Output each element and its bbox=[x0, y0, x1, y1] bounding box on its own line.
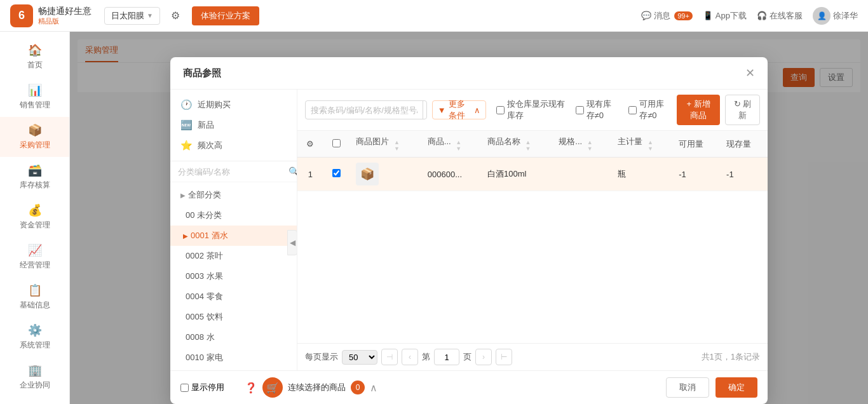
cart-collapse-icon[interactable]: ∧ bbox=[370, 382, 377, 394]
row-checkbox-cell[interactable] bbox=[323, 158, 350, 191]
sidebar-item-sales[interactable]: 📊 销售管理 bbox=[0, 77, 69, 117]
sort-name-icon[interactable]: ▲▼ bbox=[526, 139, 531, 152]
sidebar-item-purchase[interactable]: 📦 采购管理 bbox=[0, 117, 69, 157]
category-0001[interactable]: ▶ 0001 酒水 bbox=[170, 226, 297, 246]
th-checkbox bbox=[323, 131, 350, 158]
th-name[interactable]: 商品名称 ▲▼ bbox=[481, 131, 552, 158]
show-disabled-checkbox-group[interactable]: 显示停用 bbox=[180, 382, 224, 393]
checkbox-available-not-zero[interactable]: 可用库存≠0 bbox=[628, 98, 672, 121]
inventory-icon: 🗃️ bbox=[28, 163, 42, 177]
sort-unit-icon[interactable]: ▲▼ bbox=[648, 139, 653, 152]
last-page-btn[interactable]: ⊢ bbox=[496, 349, 512, 365]
recent-purchase-item[interactable]: 🕐 近期购买 bbox=[170, 95, 297, 115]
product-table: ⚙ 商品图片 ▲▼ bbox=[297, 131, 768, 191]
recent-purchase-label: 近期购买 bbox=[198, 99, 231, 111]
add-product-button[interactable]: + 新增商品 bbox=[677, 95, 721, 125]
store-selector[interactable]: 日太阳膜 ▼ bbox=[104, 7, 160, 25]
category-0003[interactable]: 0003 水果 bbox=[170, 266, 297, 286]
th-unit[interactable]: 主计量 ▲▼ bbox=[611, 131, 672, 158]
new-product-item[interactable]: 🆕 新品 bbox=[170, 115, 297, 135]
category-00[interactable]: 00 未分类 bbox=[170, 205, 297, 226]
sort-image-icon[interactable]: ▲▼ bbox=[394, 139, 400, 152]
frequent-item[interactable]: ⭐ 频次高 bbox=[170, 135, 297, 156]
cart-icon[interactable]: 🛒 bbox=[262, 377, 283, 398]
page-number-input[interactable] bbox=[434, 349, 459, 365]
refresh-button[interactable]: ↻ 刷新 bbox=[725, 95, 760, 125]
checkbox-stock-not-zero[interactable]: 现有库存≠0 bbox=[576, 98, 619, 121]
sidebar-item-home[interactable]: 🏠 首页 bbox=[0, 37, 69, 77]
available-not-zero-checkbox[interactable] bbox=[628, 106, 637, 114]
sidebar-item-enterprise[interactable]: 🏢 企业协同 bbox=[0, 357, 69, 397]
category-0004[interactable]: 0004 零食 bbox=[170, 286, 297, 307]
show-disabled-checkbox[interactable] bbox=[180, 384, 189, 392]
new-icon: 🆕 bbox=[180, 119, 193, 131]
headset-icon: 🎧 bbox=[757, 11, 767, 20]
left-panel-collapse-btn[interactable]: ◀ bbox=[287, 230, 297, 255]
first-page-btn[interactable]: ⊣ bbox=[381, 349, 398, 365]
home-icon: 🏠 bbox=[28, 43, 42, 57]
category-0005[interactable]: 0005 饮料 bbox=[170, 307, 297, 327]
category-0002[interactable]: 0002 茶叶 bbox=[170, 246, 297, 266]
product-search-input[interactable] bbox=[306, 105, 423, 115]
sidebar-label-operation: 经营管理 bbox=[20, 260, 50, 271]
table-row[interactable]: 1 📦 000600... 白酒100ml bbox=[297, 158, 768, 191]
sidebar-item-operation[interactable]: 📈 经营管理 bbox=[0, 237, 69, 277]
product-search-button[interactable]: 🔍 bbox=[423, 101, 427, 119]
online-service-btn[interactable]: 🎧 在线客服 bbox=[757, 10, 803, 22]
main-layout: 🏠 首页 📊 销售管理 📦 采购管理 🗃️ 库存核算 💰 资金管理 📈 经营管理… bbox=[0, 32, 868, 404]
finance-icon: 💰 bbox=[28, 203, 42, 217]
basic-icon: 📋 bbox=[28, 283, 42, 297]
next-page-btn[interactable]: › bbox=[475, 349, 492, 365]
th-image[interactable]: 商品图片 ▲▼ bbox=[349, 131, 421, 158]
category-0010[interactable]: 0010 家电 bbox=[170, 347, 297, 368]
stock-not-zero-checkbox[interactable] bbox=[576, 106, 584, 114]
confirm-button[interactable]: 确定 bbox=[715, 377, 757, 398]
th-settings[interactable]: ⚙ bbox=[297, 131, 323, 158]
message-btn[interactable]: 💬 消息 99+ bbox=[641, 10, 693, 22]
store-name: 日太阳膜 bbox=[111, 10, 144, 22]
product-thumbnail: 📦 bbox=[356, 163, 379, 185]
brand-name: 畅捷通好生意 bbox=[38, 5, 92, 17]
app-download-btn[interactable]: 📱 App下载 bbox=[703, 10, 747, 22]
th-spec[interactable]: 规格... ▲▼ bbox=[552, 131, 611, 158]
settings-icon[interactable]: ⚙ bbox=[165, 6, 186, 26]
filter-more-btn[interactable]: ▼ 更多条件 ∧ bbox=[432, 100, 486, 119]
left-panel: 🕐 近期购买 🆕 新品 ⭐ 频次高 bbox=[170, 90, 297, 370]
page-size-select[interactable]: 10 20 50 100 bbox=[342, 350, 377, 365]
category-0008[interactable]: 0008 水 bbox=[170, 327, 297, 347]
warehouse-stock-checkbox[interactable] bbox=[496, 106, 505, 114]
pagination-bar: 每页显示 10 20 50 100 ⊣ ‹ 第 页 bbox=[297, 343, 768, 370]
user-profile[interactable]: 👤 徐泽华 bbox=[813, 7, 858, 25]
sidebar-item-system[interactable]: ⚙️ 系统管理 bbox=[0, 317, 69, 357]
search-icon[interactable]: 🔍 bbox=[288, 166, 297, 177]
enterprise-icon: 🏢 bbox=[28, 363, 42, 377]
help-icon[interactable]: ❓ bbox=[245, 382, 257, 394]
modal-close-button[interactable]: ✕ bbox=[745, 66, 755, 80]
category-all[interactable]: ▶ 全部分类 bbox=[170, 185, 297, 205]
sidebar-item-inventory[interactable]: 🗃️ 库存核算 bbox=[0, 157, 69, 197]
sort-code-icon[interactable]: ▲▼ bbox=[456, 139, 461, 152]
cancel-button[interactable]: 取消 bbox=[666, 377, 709, 398]
checkbox-warehouse-stock[interactable]: 按仓库显示现有库存 bbox=[496, 98, 566, 121]
modal-toolbar: 🔍 ▼ 更多条件 ∧ 按仓库显示现有库存 bbox=[297, 90, 768, 131]
experience-btn[interactable]: 体验行业方案 bbox=[192, 6, 259, 25]
sort-spec-icon[interactable]: ▲▼ bbox=[587, 139, 593, 152]
select-all-checkbox[interactable] bbox=[332, 139, 341, 147]
row-unit: 瓶 bbox=[611, 158, 672, 191]
modal-body: 🕐 近期购买 🆕 新品 ⭐ 频次高 bbox=[170, 90, 768, 370]
sidebar-item-basic[interactable]: 📋 基础信息 bbox=[0, 277, 69, 317]
sidebar-item-guide[interactable]: 🎯 新手引导 bbox=[0, 397, 69, 404]
cat-0010-label: 0010 家电 bbox=[186, 352, 223, 363]
row-image: 📦 bbox=[349, 158, 421, 191]
row-no: 1 bbox=[297, 158, 323, 191]
row-checkbox[interactable] bbox=[332, 169, 341, 177]
prev-page-btn[interactable]: ‹ bbox=[402, 349, 418, 365]
th-code[interactable]: 商品... ▲▼ bbox=[421, 131, 481, 158]
category-search-input[interactable] bbox=[178, 167, 285, 177]
frequent-label: 频次高 bbox=[198, 140, 222, 151]
sidebar-label-basic: 基础信息 bbox=[20, 300, 50, 311]
sidebar-item-finance[interactable]: 💰 资金管理 bbox=[0, 197, 69, 237]
row-available: -1 bbox=[672, 158, 720, 191]
total-info: 共1页，1条记录 bbox=[702, 351, 760, 363]
cat-0005-label: 0005 饮料 bbox=[186, 311, 223, 323]
